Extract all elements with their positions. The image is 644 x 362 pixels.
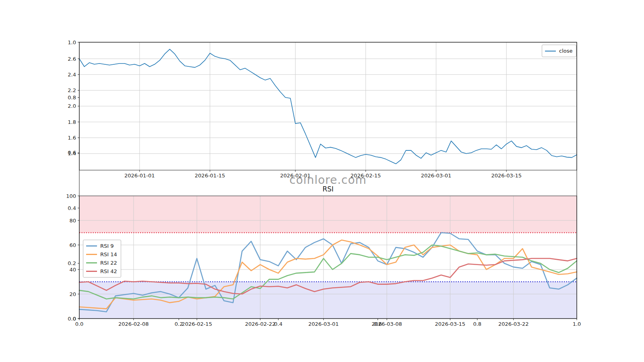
overlay-x-tick-label: 1.0 bbox=[573, 321, 581, 327]
overlay-y-tick-label: 0.6 bbox=[68, 150, 76, 156]
rsi-y-tick-label: 100 bbox=[66, 193, 76, 199]
price-y-tick-label: 2.2 bbox=[68, 87, 76, 93]
close-line bbox=[79, 49, 577, 164]
legend-label-close: close bbox=[559, 48, 572, 54]
rsi-panel-title: RSI bbox=[201, 185, 455, 193]
rsi-y-tick-label: 80 bbox=[69, 218, 76, 224]
rsi14-line-swatch-icon bbox=[86, 254, 97, 255]
price-y-tick-label: 1.6 bbox=[68, 135, 76, 141]
overlay-y-tick-label: 0.4 bbox=[68, 205, 76, 211]
price-x-tick-label: 2026-01-01 bbox=[124, 173, 155, 179]
price-y-tick-label: 1.8 bbox=[68, 119, 76, 125]
legend-item-rsi42: RSI 42 bbox=[86, 267, 117, 276]
overlay-y-tick-label: 0.2 bbox=[68, 260, 76, 266]
rsi-x-tick-label: 2026-03-01 bbox=[308, 321, 339, 327]
price-y-tick-label: 2.6 bbox=[68, 56, 76, 62]
rsi-y-tick-label: 60 bbox=[69, 242, 76, 248]
close-line-swatch-icon bbox=[545, 51, 556, 51]
overlay-x-tick-label: 0.0 bbox=[75, 321, 84, 327]
price-legend: close bbox=[542, 45, 576, 57]
legend-item-close: close bbox=[545, 47, 572, 55]
overlay-x-tick-label: 0.4 bbox=[274, 321, 283, 327]
overlay-x-tick-label: 0.8 bbox=[473, 321, 481, 327]
overlay-x-tick-label: 0.2 bbox=[175, 321, 183, 327]
price-y-tick-label: 2.0 bbox=[68, 103, 76, 109]
rsi-x-tick-label: 2026-02-15 bbox=[182, 321, 212, 327]
legend-label-rsi42: RSI 42 bbox=[100, 268, 117, 274]
legend-item-rsi9: RSI 9 bbox=[86, 242, 117, 250]
rsi-x-tick-label: 2026-02-08 bbox=[118, 321, 149, 327]
price-y-tick-label: 2.4 bbox=[68, 72, 76, 78]
overlay-x-tick-label: 0.6 bbox=[374, 321, 382, 327]
rsi-y-tick-label: 20 bbox=[69, 291, 76, 297]
chart-figure: 2.62.42.22.01.81.61.42026-01-012026-01-1… bbox=[0, 0, 644, 362]
price-x-tick-label: 2026-03-15 bbox=[491, 173, 522, 179]
rsi22-line-swatch-icon bbox=[86, 262, 97, 263]
overlay-y-tick-label: 0.8 bbox=[68, 95, 76, 101]
oversold-band bbox=[79, 282, 577, 319]
rsi-x-tick-label: 2026-03-22 bbox=[498, 321, 529, 327]
legend-item-rsi14: RSI 14 bbox=[86, 250, 117, 259]
overlay-y-tick-label: 1.0 bbox=[68, 39, 76, 45]
legend-label-rsi14: RSI 14 bbox=[100, 251, 117, 257]
legend-label-rsi9: RSI 9 bbox=[100, 243, 114, 249]
rsi42-line-swatch-icon bbox=[86, 271, 97, 272]
rsi9-line-swatch-icon bbox=[86, 245, 97, 247]
rsi-x-tick-label: 2026-02-22 bbox=[245, 321, 276, 327]
rsi-legend: RSI 9 RSI 14 RSI 22 RSI 42 bbox=[83, 240, 121, 278]
legend-item-rsi22: RSI 22 bbox=[86, 259, 117, 267]
legend-label-rsi22: RSI 22 bbox=[100, 260, 117, 266]
overbought-band bbox=[79, 196, 577, 233]
rsi-y-tick-label: 40 bbox=[69, 267, 76, 273]
rsi-x-tick-label: 2026-03-15 bbox=[435, 321, 466, 327]
